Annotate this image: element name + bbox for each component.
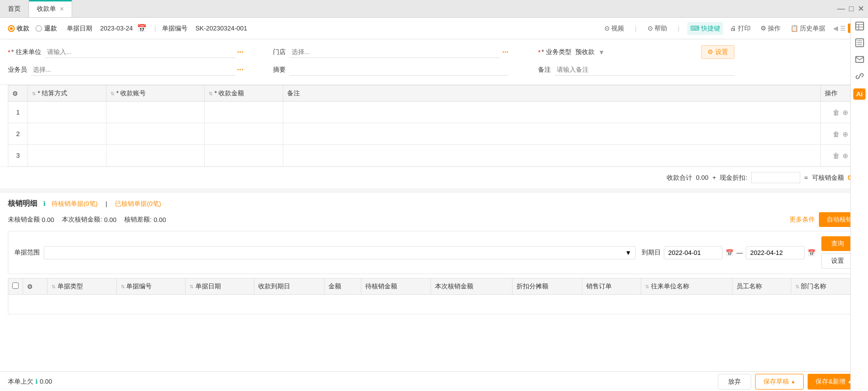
row-1-copy-icon[interactable]: ⊕ [842,109,848,116]
row-1-delete-icon[interactable]: 🗑 [833,109,840,116]
range-select[interactable]: ▼ [44,246,636,259]
tab-bar: 首页 收款单 × — □ ✕ [0,0,868,18]
sort-number-icon: ⇅ [121,284,125,289]
query-button[interactable]: 查询 [821,236,854,251]
summary-input[interactable] [290,64,509,76]
radio-return[interactable]: 退款 [35,24,57,33]
sidebar-list-icon[interactable] [855,38,864,47]
range-field: 单据范围 ▼ [14,246,636,259]
col-gear[interactable]: ⚙ [8,85,28,102]
col-discount-header: 折扣分摊额 [512,279,582,295]
calendar-icon[interactable]: 📅 [137,24,147,33]
sidebar-email-icon[interactable] [855,55,864,64]
sidebar-link-icon[interactable] [855,72,864,81]
row-3-amount[interactable] [205,145,283,167]
date-separator: — [736,249,743,256]
receipt-type-group: 收款 退款 [8,24,57,33]
row-1-settlement[interactable] [28,102,107,123]
col-date-header: ⇅ 单据日期 [185,279,254,295]
range-label: 单据范围 [14,248,40,257]
partner-field: * * 往来单位 ··· [8,46,244,58]
tab-receipt[interactable]: 收款单 × [29,0,72,17]
row-3-account[interactable] [107,145,205,167]
nav-prev-icon[interactable]: ◀ [833,25,838,32]
row-2-copy-icon[interactable]: ⊕ [842,130,848,138]
store-more-icon[interactable]: ··· [502,48,509,56]
row-2-remark[interactable] [283,123,821,145]
tab-pending[interactable]: 待核销单据(0笔) [52,199,98,208]
tab-close-icon[interactable]: × [60,5,64,13]
radio-return-label: 退款 [44,24,57,33]
date-value: 2023-03-24 [100,25,133,32]
date-field: 到期日 📅 — 📅 [642,246,815,259]
video-icon: ⊙ [604,25,610,32]
row-3-copy-icon[interactable]: ⊕ [842,152,848,160]
partner-more-icon[interactable]: ··· [237,48,244,56]
sort-account-icon: ⇅ [110,91,114,96]
partner-label: * 往来单位 [11,48,41,56]
action-button[interactable]: ⚙ 操作 [758,22,784,35]
nav-list-icon[interactable]: ☰ [840,25,846,32]
form-area: * * 往来单位 ··· 门店 ··· * * 业务类型 预收款 ▼ [0,39,868,85]
tab-receipt-label: 收款单 [37,4,56,13]
row-1-account[interactable] [107,102,205,123]
abandon-button[interactable]: 放弃 [718,374,751,390]
history-button[interactable]: 📋 历史单据 [787,22,828,35]
col-type-header: ⇅ 单据类型 [48,279,116,295]
shortcut-button[interactable]: ⌨ 快捷键 [687,22,723,35]
settings-button[interactable]: ⚙ 设置 [701,45,734,59]
date-to-input[interactable] [746,246,805,259]
bottom-info-icon[interactable]: ℹ [35,378,38,385]
staff-more-icon[interactable]: ··· [237,65,244,74]
notes-input[interactable] [555,64,734,76]
discount-input[interactable] [751,172,800,183]
col-settlement-header: ⇅ * 结算方式 [28,85,107,102]
sidebar-table-icon[interactable] [855,22,864,30]
row-3-settlement[interactable] [28,145,107,167]
col-amount-header: 金额 [324,279,361,295]
number-label: 单据编号 [162,24,188,33]
total-label: 收款合计 [667,173,692,182]
maximize-button[interactable]: □ [849,4,854,13]
date-to-calendar-icon[interactable]: 📅 [808,249,815,256]
business-select[interactable]: 预收款 ▼ [575,48,605,56]
date-from-input[interactable] [664,246,723,259]
net-label: 可核销金额 [812,173,844,182]
row-3-delete-icon[interactable]: 🗑 [833,152,840,160]
current-stat: 本次核销金额: 0.00 [62,215,116,224]
window-controls: — □ ✕ [837,4,868,13]
date-from-calendar-icon[interactable]: 📅 [726,249,733,256]
row-2-account[interactable] [107,123,205,145]
close-button[interactable]: ✕ [858,4,864,13]
search-settings-button[interactable]: 设置 [821,253,854,269]
staff-input[interactable] [31,64,235,76]
minimize-button[interactable]: — [837,4,845,13]
row-2-delete-icon[interactable]: 🗑 [833,130,840,138]
shortcut-label: 快捷键 [701,24,720,33]
col-gear-bottom[interactable]: ⚙ [23,279,48,295]
tab-done[interactable]: 已核销单据(0笔) [115,199,161,208]
tab-home[interactable]: 首页 [0,0,29,17]
separator-2: | [635,25,636,32]
row-1-remark[interactable] [283,102,821,123]
recon-info-icon[interactable]: ℹ [43,200,46,207]
radio-receive-circle [8,25,15,32]
partner-input[interactable] [45,46,235,58]
help-button[interactable]: ⊙ 帮助 [645,22,670,35]
row-3-remark[interactable] [283,145,821,167]
row-2-settlement[interactable] [28,123,107,145]
tab-separator: | [106,200,107,207]
video-button[interactable]: ⊙ 视频 [601,22,627,35]
sidebar-ai-icon[interactable]: Ai [853,88,866,100]
receipt-table: ⚙ ⇅ * 结算方式 ⇅ * 收款账号 ⇅ * 收款金额 备注 [8,85,860,167]
row-1-amount[interactable] [205,102,283,123]
row-2-amount[interactable] [205,123,283,145]
bottom-bar: 本单上欠 ℹ 0.00 放弃 保存草稿 ▲ 保存&新增 ▲ [0,371,868,391]
store-input[interactable] [290,46,500,58]
print-button[interactable]: 🖨 打印 [727,22,754,35]
history-icon: 📋 [790,25,798,32]
save-draft-button[interactable]: 保存草稿 ▲ [755,374,804,390]
more-conditions-link[interactable]: 更多条件 [789,215,815,224]
radio-receive[interactable]: 收款 [8,24,29,33]
select-all-checkbox[interactable] [12,282,19,289]
